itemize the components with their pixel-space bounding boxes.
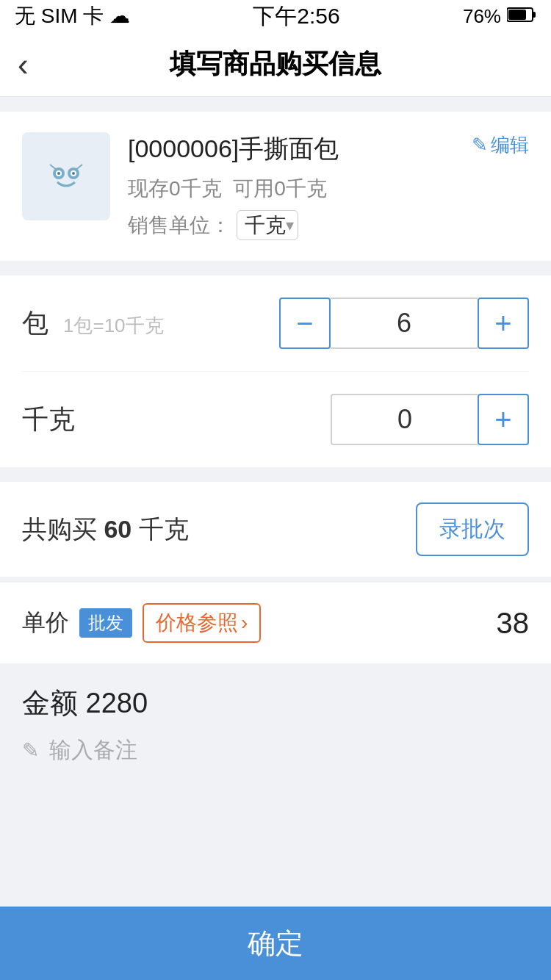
total-section: 共购买 60 千克 录批次: [0, 482, 551, 583]
quantity-hint-bao: 1包=10千克: [63, 314, 164, 336]
product-card: [0000006]手撕面包 ✎ 编辑 现存0千克 可用0千克 销售单位： 千克: [0, 112, 551, 261]
quantity-controls-bao: − +: [279, 298, 529, 349]
svg-point-8: [72, 172, 75, 175]
quantity-row-bao: 包 1包=10千克 − +: [22, 275, 529, 372]
back-button[interactable]: ‹: [18, 46, 29, 83]
total-text: 共购买 60 千克: [22, 513, 189, 547]
note-icon: ✎: [22, 738, 39, 763]
price-ref-label: 价格参照: [156, 609, 238, 637]
status-right: 76%: [463, 5, 536, 28]
nav-bar: ‹ 填写商品购买信息: [0, 32, 551, 97]
quantity-input-kg[interactable]: [331, 394, 478, 445]
price-ref-button[interactable]: 价格参照 ›: [143, 603, 261, 643]
quantity-controls-kg: +: [331, 394, 529, 445]
product-info: [0000006]手撕面包 ✎ 编辑 现存0千克 可用0千克 销售单位： 千克: [128, 132, 529, 240]
status-time: 下午2:56: [253, 1, 339, 32]
plus-button-bao[interactable]: +: [478, 298, 529, 349]
note-row[interactable]: ✎ 输入备注: [22, 735, 529, 780]
edit-button[interactable]: ✎ 编辑: [472, 132, 529, 158]
quantity-label-bao: 包 1包=10千克: [22, 306, 279, 342]
price-ref-icon: ›: [241, 611, 248, 635]
quantity-input-bao[interactable]: [331, 298, 478, 349]
price-section: 单价 批发 价格参照 › 38: [0, 583, 551, 664]
page-title: 填写商品购买信息: [170, 46, 381, 82]
note-placeholder: 输入备注: [49, 735, 137, 765]
unit-select[interactable]: 千克: [237, 210, 298, 240]
product-image: [22, 132, 110, 220]
amount-section: 金额 2280 ✎ 输入备注: [0, 664, 551, 780]
status-bar: 无 SIM 卡 ☁ 下午2:56 76%: [0, 0, 551, 32]
total-value: 60: [104, 515, 138, 543]
svg-rect-1: [533, 12, 536, 18]
confirm-button[interactable]: 确定: [0, 907, 551, 980]
svg-rect-2: [508, 10, 526, 20]
edit-label: 编辑: [491, 132, 529, 158]
amount-value: 2280: [86, 688, 148, 718]
quantity-row-kg: 千克 +: [22, 372, 529, 467]
edit-icon: ✎: [472, 134, 488, 156]
price-tag: 批发: [79, 608, 132, 638]
battery-icon: [507, 5, 536, 28]
product-name: [0000006]手撕面包: [128, 132, 339, 166]
price-label: 单价: [22, 607, 69, 639]
quantity-section: 包 1包=10千克 − + 千克 +: [0, 275, 551, 467]
status-left: 无 SIM 卡 ☁: [15, 2, 130, 30]
quantity-label-kg: 千克: [22, 402, 331, 438]
product-unit: 销售单位： 千克: [128, 210, 529, 240]
batch-button[interactable]: 录批次: [416, 502, 529, 556]
plus-button-kg[interactable]: +: [478, 394, 529, 445]
sim-status: 无 SIM 卡 ☁: [15, 2, 130, 30]
minus-button-bao[interactable]: −: [279, 298, 331, 349]
product-stock: 现存0千克 可用0千克: [128, 175, 529, 203]
amount-row: 金额 2280: [22, 685, 529, 722]
svg-point-7: [57, 172, 60, 175]
price-value: 38: [497, 607, 530, 640]
unit-select-wrap[interactable]: 千克: [237, 210, 298, 240]
battery-level: 76%: [463, 5, 501, 28]
